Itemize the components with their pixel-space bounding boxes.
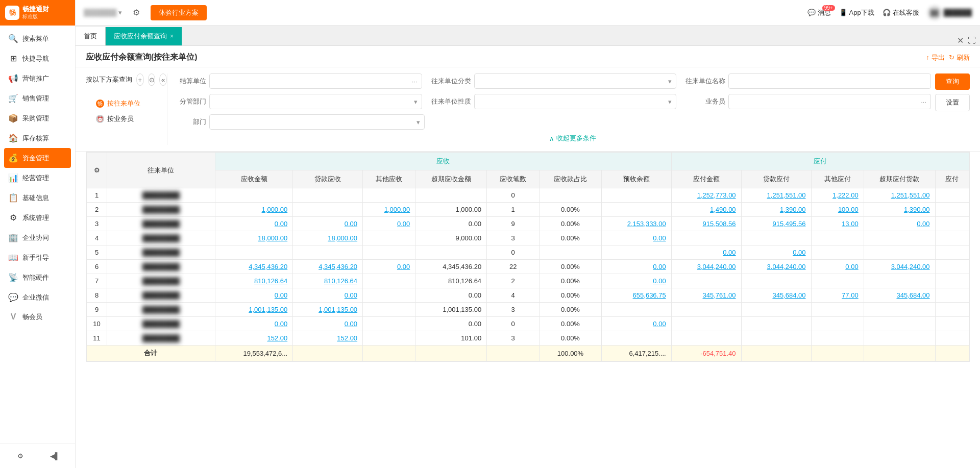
refresh-button[interactable]: ↻ 刷新 bbox=[949, 53, 970, 62]
unit-name-input[interactable] bbox=[728, 73, 931, 89]
query-button[interactable]: 查询 bbox=[935, 73, 970, 90]
cell-ar-amount: 0.00 bbox=[215, 288, 292, 303]
tab-close-icon[interactable]: × bbox=[170, 33, 174, 40]
cell-ar-loan: 0.00 bbox=[293, 288, 363, 303]
cell-ar-count: 0 bbox=[487, 317, 540, 331]
tab-ar-ap[interactable]: 应收应付余额查询 × bbox=[106, 27, 182, 45]
sidebar-item-label: 企业微信 bbox=[22, 293, 49, 302]
sidebar-collapse-btn[interactable]: ◀▌ bbox=[40, 449, 70, 463]
service-action[interactable]: 🎧 在线客服 bbox=[883, 8, 919, 17]
cell-ar-overdue: 1,001,135.00 bbox=[415, 303, 487, 317]
table-wrapper: ⚙ 往来单位 应收 应付 应收金额 贷款应收 其他应收 超期应收金额 bbox=[86, 152, 970, 362]
th-ap-loan: 贷款应付 bbox=[741, 170, 811, 188]
sidebar-item-search-menu[interactable]: 🔍 搜索菜单 bbox=[0, 29, 75, 48]
sidebar-item-quick-nav[interactable]: ⊞ 快捷导航 bbox=[0, 48, 75, 68]
close-window-icon[interactable]: ✕ bbox=[957, 36, 964, 45]
cell-ar-amount: 0.00 bbox=[215, 217, 292, 231]
sidebar-item-hardware[interactable]: 📡 智能硬件 bbox=[0, 267, 75, 287]
search-field-unit-category: 往来单位分类 ▾ bbox=[430, 73, 677, 89]
cell-unit: ████████ bbox=[107, 217, 215, 231]
th-ap-other: 其他应付 bbox=[811, 170, 864, 188]
gear-icon[interactable]: ⚙ bbox=[128, 5, 144, 21]
cell-ap-overdue bbox=[864, 303, 935, 317]
cell-ar-prepay: 0.00 bbox=[601, 274, 671, 288]
collapse-button[interactable]: ∧ 收起更多条件 bbox=[549, 134, 596, 143]
back-scheme-btn[interactable]: « bbox=[159, 73, 167, 86]
unit-nature-select[interactable]: ▾ bbox=[474, 94, 677, 109]
add-scheme-btn[interactable]: + bbox=[136, 73, 144, 86]
cell-total-label: 合计 bbox=[87, 346, 215, 361]
promo-button[interactable]: 体验行业方案 bbox=[151, 5, 207, 20]
salesman-input[interactable]: ··· bbox=[728, 94, 931, 109]
cell-ap-end bbox=[935, 303, 969, 317]
sidebar-item-enterprise[interactable]: 🏢 企业协同 bbox=[0, 228, 75, 248]
cell-ar-ratio: 0.00% bbox=[540, 288, 602, 303]
cell-ap-overdue: 0.00 bbox=[864, 217, 935, 231]
search-row-3: 部门 ▾ bbox=[176, 114, 931, 130]
purchase-icon: 📦 bbox=[8, 113, 18, 123]
table-row: 11 ████████ 152.00 152.00 101.00 3 0.00% bbox=[87, 331, 969, 346]
cell-ap-overdue bbox=[864, 317, 935, 331]
department-select[interactable]: ▾ bbox=[209, 114, 425, 130]
sidebar-item-guide[interactable]: 📖 新手引导 bbox=[0, 248, 75, 267]
table-row: 6 ████████ 4,345,436.20 4,345,436.20 0.0… bbox=[87, 260, 969, 274]
cell-ap-overdue bbox=[864, 245, 935, 260]
sidebar-item-inventory[interactable]: 🏠 库存核算 bbox=[0, 128, 75, 148]
cell-ap-end bbox=[935, 231, 969, 245]
app-download-action[interactable]: 📱 App下载 bbox=[839, 8, 874, 17]
cell-ap-other bbox=[811, 245, 864, 260]
cell-ap-loan bbox=[741, 231, 811, 245]
cell-ap-overdue bbox=[864, 231, 935, 245]
chevron-down-icon[interactable]: ▾ bbox=[118, 9, 122, 16]
cell-total-ar-amount: 19,553,472,6... bbox=[215, 346, 292, 361]
cell-ap-loan: 1,390.00 bbox=[741, 203, 811, 217]
sidebar-item-finance[interactable]: 💰 资金管理 bbox=[4, 148, 71, 168]
sidebar-item-sales[interactable]: 🛒 销售管理 bbox=[0, 88, 75, 108]
message-badge: 99+ bbox=[822, 5, 835, 11]
cell-ap-end bbox=[935, 260, 969, 274]
cell-ar-prepay bbox=[601, 245, 671, 260]
cell-ap-amount bbox=[671, 274, 741, 288]
cell-ar-prepay bbox=[601, 188, 671, 203]
cell-ar-other bbox=[363, 245, 415, 260]
scheme-item-by-staff[interactable]: ⏰ 按业务员 bbox=[86, 111, 167, 127]
cell-ar-overdue: 9,000.00 bbox=[415, 231, 487, 245]
tab-home[interactable]: 首页 bbox=[76, 27, 106, 45]
settle-unit-label: 结算单位 bbox=[176, 77, 206, 86]
logo-badge: 标准版 bbox=[22, 13, 49, 20]
user-action[interactable]: ██ ██████ bbox=[927, 6, 972, 20]
sidebar-item-purchase[interactable]: 📦 采购管理 bbox=[0, 108, 75, 128]
cell-ap-amount: 1,490.00 bbox=[671, 203, 741, 217]
cell-total-ap-other bbox=[811, 346, 864, 361]
message-action[interactable]: 💬 消息 99+ bbox=[807, 8, 831, 17]
dept-select[interactable]: ▾ bbox=[209, 94, 422, 109]
hardware-icon: 📡 bbox=[8, 273, 18, 282]
table-settings-icon[interactable]: ⚙ bbox=[94, 166, 100, 174]
settle-unit-input[interactable]: ··· bbox=[209, 73, 422, 89]
sidebar-item-system[interactable]: ⚙ 系统管理 bbox=[0, 208, 75, 228]
edit-scheme-btn[interactable]: ⊙ bbox=[148, 73, 156, 86]
sidebar-item-basic[interactable]: 📋 基础信息 bbox=[0, 188, 75, 208]
sidebar-item-member[interactable]: V 畅会员 bbox=[0, 307, 75, 327]
sidebar-item-label: 基础信息 bbox=[22, 193, 49, 203]
cell-ar-prepay: 0.00 bbox=[601, 317, 671, 331]
cell-ar-amount: 18,000.00 bbox=[215, 231, 292, 245]
sidebar-footer: ⚙ ◀▌ bbox=[0, 444, 75, 468]
cell-ap-other: 13.00 bbox=[811, 217, 864, 231]
sidebar-item-marketing[interactable]: 📢 营销推广 bbox=[0, 68, 75, 88]
th-ap-overdue: 超期应付货款 bbox=[864, 170, 935, 188]
maximize-icon[interactable]: ⛶ bbox=[968, 36, 976, 45]
setting-button[interactable]: 设置 bbox=[935, 94, 970, 111]
cell-ar-other bbox=[363, 188, 415, 203]
unit-category-select[interactable]: ▾ bbox=[474, 73, 677, 89]
sidebar-settings-btn[interactable]: ⚙ bbox=[5, 449, 36, 463]
cell-ap-end bbox=[935, 217, 969, 231]
cell-unit: ████████ bbox=[107, 231, 215, 245]
sidebar-item-wechat[interactable]: 💬 企业微信 bbox=[0, 287, 75, 307]
sidebar-item-label: 企业协同 bbox=[22, 233, 49, 242]
sidebar-item-operation[interactable]: 📊 经营管理 bbox=[0, 168, 75, 188]
scheme-item-by-unit[interactable]: 畅 按往来单位 bbox=[86, 96, 167, 111]
cell-ar-count: 3 bbox=[487, 231, 540, 245]
cell-ar-ratio bbox=[540, 188, 602, 203]
export-button[interactable]: ↑ 导出 bbox=[926, 53, 945, 62]
